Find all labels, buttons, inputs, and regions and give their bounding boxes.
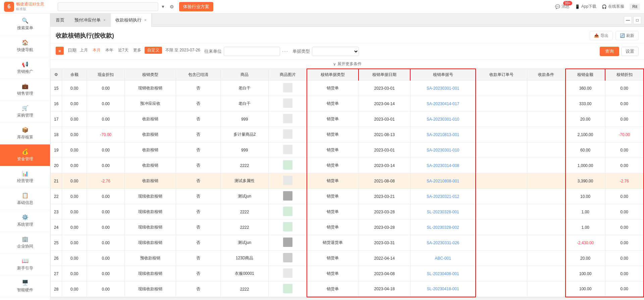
settings-gear-btn[interactable]: ⚙: [168, 2, 176, 11]
cell-include-settled: 否: [176, 112, 220, 127]
app-icon: 📱: [575, 4, 580, 9]
verify-bill-no-link[interactable]: SA-20210808-001: [427, 179, 459, 183]
filter-toggle-btn[interactable]: »: [56, 47, 64, 55]
notification-area[interactable]: 💬 消息 99+: [555, 4, 570, 9]
table-wrapper[interactable]: ⚙ 余额 现金折扣 核销类型 包含已结清 商品 商品图片 核销单据类型 核销单据…: [50, 69, 644, 300]
col-settings[interactable]: ⚙: [51, 69, 62, 81]
cell-verify-bill-type: 销货单: [307, 189, 359, 204]
user-name-badge[interactable]: Rit: [630, 4, 640, 10]
cell-balance: 0.00: [62, 220, 87, 235]
sidebar-item-sales[interactable]: 💼 销售管理: [0, 79, 50, 101]
cell-product-img: [269, 127, 307, 142]
tab-receipt-verify[interactable]: 收款核销执行 ×: [111, 13, 152, 27]
verify-bill-no-link[interactable]: SA-20210813-001: [427, 132, 459, 137]
cell-verify-bill-date: 2023-04-08: [359, 266, 410, 282]
table-row: 25 0.00 0.00 现续收款核销 否 测试jun 销货退货单 2023-0…: [51, 235, 644, 251]
voucher-type-filter-group: 单据类型: [292, 47, 359, 56]
sidebar-label: 系统管理: [17, 222, 33, 227]
cell-verify-type: 收款核销: [125, 127, 176, 142]
trial-industry-btn[interactable]: 体验行业方案: [179, 2, 213, 11]
cell-cash-discount: 0.00: [87, 204, 125, 220]
sidebar-item-operations[interactable]: 📊 经营管理: [0, 166, 50, 188]
verify-bill-no-link[interactable]: SA-20230414-017: [427, 101, 459, 106]
cell-include-settled: 否: [176, 220, 220, 235]
cell-verify-bill-no: SA-20230301-001: [410, 81, 476, 96]
sidebar-item-guide[interactable]: 📖 新手引导: [0, 254, 50, 275]
content-area: 首页 预付冲应付单 × 收款核销执行 × — □ 收款核销执行(按收款): [50, 13, 644, 300]
verify-bill-no-link[interactable]: SA-20230321-012: [427, 194, 459, 199]
query-btn[interactable]: 查询: [600, 47, 619, 56]
partner-input[interactable]: [224, 47, 280, 56]
verify-bill-no-link[interactable]: ABC-001: [435, 256, 451, 261]
tab-receipt-verify-close[interactable]: ×: [144, 18, 147, 23]
top-search-input[interactable]: [58, 2, 158, 11]
verify-bill-no-link[interactable]: SA-20230331-026: [427, 241, 459, 245]
last7-link[interactable]: 近7天: [117, 47, 130, 54]
tab-prepay[interactable]: 预付冲应付单 ×: [70, 13, 111, 27]
cell-include-settled: 否: [176, 189, 220, 204]
app-badge: 标准版: [16, 7, 44, 11]
tab-prepay-close[interactable]: ×: [103, 18, 106, 23]
cell-receipt-condition: [527, 127, 566, 142]
expand-conditions-btn[interactable]: ∨ 展开更多条件: [333, 61, 362, 67]
data-table: ⚙ 余额 现金折扣 核销类型 包含已结清 商品 商品图片 核销单据类型 核销单据…: [50, 69, 644, 297]
this-year-link[interactable]: 本年: [104, 47, 115, 54]
app-name: 畅捷通谊好生意: [16, 2, 44, 6]
sidebar-label: 采购管理: [17, 113, 33, 118]
sidebar-item-wechat[interactable]: 💬 企业微信: [0, 297, 50, 300]
cell-receipt-order-no: [476, 112, 527, 127]
prev-month-link[interactable]: 上月: [78, 47, 89, 54]
sidebar-item-base-info[interactable]: 📋 基础信息: [0, 188, 50, 210]
cell-row-num: 19: [51, 142, 62, 158]
cell-product-img: [269, 235, 307, 251]
tab-maximize-btn[interactable]: □: [633, 16, 641, 24]
cell-verify-bill-date: 2023-03-21: [359, 189, 410, 204]
tab-minimize-btn[interactable]: —: [624, 16, 632, 24]
this-month-link[interactable]: 本月: [91, 47, 102, 54]
sidebar: 🔍 搜索菜单 🏠 快捷导航 📢 营销推广 💼 销售管理 🛒 采购管理 📦 库存核…: [0, 13, 50, 300]
verify-bill-no-link[interactable]: SA-20230301-010: [427, 117, 459, 122]
verify-bill-no-link[interactable]: SA-20230301-010: [427, 148, 459, 153]
sidebar-item-smart-hw[interactable]: 🖥️ 智能硬件: [0, 275, 50, 297]
custom-date-btn[interactable]: 自定义: [145, 47, 162, 54]
sidebar-item-system[interactable]: ⚙️ 系统管理: [0, 210, 50, 232]
cell-verify-type: 现销收款核销: [125, 81, 176, 96]
cell-verify-type: 现续收款核销: [125, 282, 176, 297]
app-download-link[interactable]: 📱 App下载: [575, 4, 596, 9]
message-icon: 💬: [555, 4, 560, 9]
search-dropdown-btn[interactable]: ▼: [161, 2, 165, 11]
online-service-label: 在线客服: [608, 4, 624, 9]
verify-bill-no-link[interactable]: SL-20230408-001: [427, 271, 459, 276]
cell-receipt-condition: [527, 173, 566, 189]
cell-include-settled: 否: [176, 127, 220, 142]
sidebar-label: 经营管理: [17, 178, 33, 184]
cell-verify-discount: 0.00: [605, 158, 644, 173]
col-verify-type: 核销类型: [125, 69, 176, 81]
notification-badge: 99+: [563, 1, 572, 5]
cell-receipt-order-no: [476, 158, 527, 173]
more-date-link[interactable]: 更多: [132, 47, 143, 54]
export-btn[interactable]: 📤 导出: [590, 31, 613, 40]
sidebar-item-inventory[interactable]: 📦 库存核算: [0, 123, 50, 144]
verify-bill-no-link[interactable]: SA-20230301-001: [427, 86, 459, 91]
headset-icon: 🎧: [602, 4, 607, 9]
sidebar-item-search-menu[interactable]: 🔍 搜索菜单: [0, 13, 50, 35]
filter-setting-btn[interactable]: 设置: [621, 47, 639, 56]
verify-bill-no-link[interactable]: SL-20230328-002: [427, 225, 459, 230]
sidebar-item-finance[interactable]: 💰 资金管理: [0, 144, 50, 166]
cell-verify-amount: 20.00: [566, 251, 605, 266]
sidebar-item-marketing[interactable]: 📢 营销推广: [0, 57, 50, 79]
refresh-btn[interactable]: 🔄 刷新: [615, 31, 639, 40]
verify-bill-no-link[interactable]: SA-20230314-008: [427, 163, 459, 168]
sidebar-item-purchase[interactable]: 🛒 采购管理: [0, 101, 50, 123]
verify-bill-no-link[interactable]: SL-20230328-001: [427, 210, 459, 214]
expand-row: ∨ 展开更多条件: [50, 60, 644, 69]
sidebar-item-quick-nav[interactable]: 🏠 快捷导航: [0, 35, 50, 57]
voucher-type-select[interactable]: [312, 47, 359, 56]
sidebar-item-enterprise[interactable]: 🏢 企业协同: [0, 232, 50, 254]
cell-product: 999: [220, 112, 269, 127]
verify-bill-no-link[interactable]: SL-20230418-001: [427, 287, 459, 291]
tab-home[interactable]: 首页: [50, 13, 70, 27]
table-row: 28 0.00 0.00 现续收款核销 否 2222 销货单 2023-04-1…: [51, 282, 644, 297]
online-service-link[interactable]: 🎧 在线客服: [602, 4, 624, 9]
